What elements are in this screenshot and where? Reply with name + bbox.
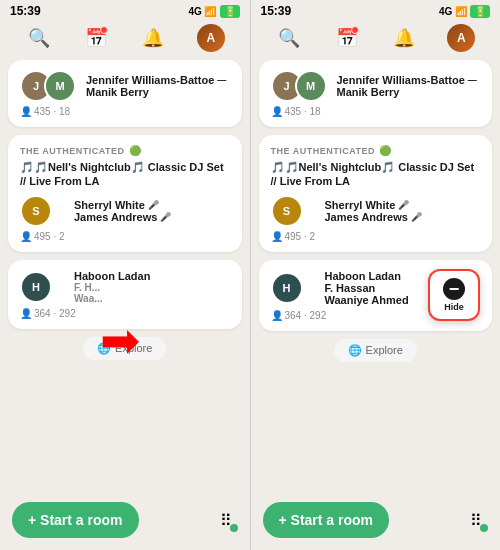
status-icons-right: 4G 📶 🔋 — [439, 5, 490, 18]
avatar-h-left: H — [20, 271, 52, 303]
bottom-bar-left: + Start a room ⠿ — [0, 494, 250, 550]
speaker-name-1-left: Jennifer Williams-Battoe — — [86, 74, 226, 86]
green-indicator-left — [230, 524, 238, 532]
room-meta-2-left: 👤 495 · 2 — [20, 231, 230, 242]
avatar-left[interactable]: A — [197, 24, 225, 52]
time-left: 15:39 — [10, 4, 41, 18]
speakers-row-3-left: H Haboon Ladan F. H... Waa... — [20, 270, 230, 304]
notification-dot-right — [351, 26, 359, 34]
speaker-info-1-left: Jennifer Williams-Battoe — Manik Berry — [86, 74, 226, 98]
calendar-icon-right[interactable]: 📅 — [333, 24, 361, 52]
notification-dot-left — [100, 26, 108, 34]
bell-icon-left[interactable]: 🔔 — [139, 24, 167, 52]
speaker-info-3-right: Haboon Ladan F. Hassan Waaniye Ahmed — [325, 270, 409, 306]
time-right: 15:39 — [261, 4, 292, 18]
avatar-m-left: M — [44, 70, 76, 102]
content-left: J M Jennifer Williams-Battoe — Manik Ber… — [0, 56, 250, 494]
speaker-info-1-right: Jennifer Williams-Battoe — Manik Berry — [337, 74, 477, 98]
avatar-m-right: M — [295, 70, 327, 102]
hide-label: Hide — [444, 302, 464, 312]
speaker-haboon-left: Haboon Ladan — [74, 270, 150, 282]
speaker-info-3-left: Haboon Ladan F. H... Waa... — [74, 270, 150, 304]
speaker-hassan-right: F. Hassan — [325, 282, 409, 294]
nav-bar-right: 🔍 📅 🔔 A — [251, 20, 501, 56]
grid-dots-right[interactable]: ⠿ — [464, 508, 488, 532]
status-icons-left: 4G 📶 🔋 — [188, 5, 239, 18]
status-bar-right: 15:39 4G 📶 🔋 — [251, 0, 501, 20]
bell-icon-right[interactable]: 🔔 — [390, 24, 418, 52]
calendar-icon-left[interactable]: 📅 — [82, 24, 110, 52]
bottom-bar-right: + Start a room ⠿ — [251, 494, 501, 550]
battery-right: 🔋 — [470, 5, 490, 18]
speaker-james-left: James Andrews 🎤 — [74, 211, 171, 223]
avatars-1-right: J M — [271, 70, 319, 102]
room-meta-1-right: 👤 435 · 18 — [271, 106, 481, 117]
status-bar-left: 15:39 4G 📶 🔋 — [0, 0, 250, 20]
nav-bar-left: 🔍 📅 🔔 A — [0, 20, 250, 56]
content-right: J M Jennifer Williams-Battoe — Manik Ber… — [251, 56, 501, 494]
room-card-1-left[interactable]: J M Jennifer Williams-Battoe — Manik Ber… — [8, 60, 242, 127]
speaker-hassan-left: F. H... — [74, 282, 150, 293]
start-room-button-left[interactable]: + Start a room — [12, 502, 139, 538]
avatar-s-right: S — [271, 195, 303, 227]
hide-button[interactable]: − Hide — [428, 269, 480, 321]
room-card-3-right[interactable]: H Haboon Ladan F. Hassan Waaniye Ahmed 👤… — [259, 260, 493, 331]
speaker-waaniye-right: Waaniye Ahmed — [325, 294, 409, 306]
speakers-row-2-right: S Sherryl White 🎤 James Andrews 🎤 — [271, 195, 481, 227]
room-card-2-left[interactable]: THE AUTHENTICATED 🟢 🎵🎵Nell's Nightclub🎵 … — [8, 135, 242, 252]
green-indicator-right — [480, 524, 488, 532]
room-title-2-right: 🎵🎵Nell's Nightclub🎵 Classic DJ Set // Li… — [271, 160, 481, 189]
speaker-name-2-left: Manik Berry — [86, 86, 226, 98]
room-header-2-right: THE AUTHENTICATED 🟢 — [271, 145, 481, 156]
explore-btn-right[interactable]: 🌐 Explore — [334, 339, 417, 362]
room-title-2-left: 🎵🎵Nell's Nightclub🎵 Classic DJ Set // Li… — [20, 160, 230, 189]
avatar-right[interactable]: A — [447, 24, 475, 52]
speaker-name-2-right: Manik Berry — [337, 86, 477, 98]
explore-btn-left[interactable]: 🌐 Explore — [83, 337, 166, 360]
speaker-info-2-right: Sherryl White 🎤 James Andrews 🎤 — [325, 199, 422, 223]
room-meta-1-left: 👤 435 · 18 — [20, 106, 230, 117]
room-meta-2-right: 👤 495 · 2 — [271, 231, 481, 242]
speaker-info-2-left: Sherryl White 🎤 James Andrews 🎤 — [74, 199, 171, 223]
verified-icon-left: 🟢 — [129, 145, 142, 156]
search-icon-right[interactable]: 🔍 — [275, 24, 303, 52]
speaker-waaniye-left: Waa... — [74, 293, 150, 304]
hide-minus-icon: − — [443, 278, 465, 300]
speaker-haboon-right: Haboon Ladan — [325, 270, 409, 282]
room-header-2-left: THE AUTHENTICATED 🟢 — [20, 145, 230, 156]
speaker-name-1-right: Jennifer Williams-Battoe — — [337, 74, 477, 86]
left-panel: 15:39 4G 📶 🔋 🔍 📅 🔔 A J M Jennif — [0, 0, 250, 550]
speaker-sherryl-right: Sherryl White 🎤 — [325, 199, 422, 211]
room-card-1-right[interactable]: J M Jennifer Williams-Battoe — Manik Ber… — [259, 60, 493, 127]
verified-icon-right: 🟢 — [379, 145, 392, 156]
start-room-button-right[interactable]: + Start a room — [263, 502, 390, 538]
avatar-h-right: H — [271, 272, 303, 304]
speakers-row-1-left: J M Jennifer Williams-Battoe — Manik Ber… — [20, 70, 230, 102]
speakers-row-1-right: J M Jennifer Williams-Battoe — Manik Ber… — [271, 70, 481, 102]
room-card-3-left[interactable]: H Haboon Ladan F. H... Waa... 👤 364 · 29… — [8, 260, 242, 329]
speaker-sherryl-left: Sherryl White 🎤 — [74, 199, 171, 211]
room-card-2-right[interactable]: THE AUTHENTICATED 🟢 🎵🎵Nell's Nightclub🎵 … — [259, 135, 493, 252]
signal-left: 4G 📶 — [188, 6, 216, 17]
battery-left: 🔋 — [220, 5, 240, 18]
avatars-1-left: J M — [20, 70, 68, 102]
speaker-james-right: James Andrews 🎤 — [325, 211, 422, 223]
room-meta-3-left: 👤 364 · 292 — [20, 308, 230, 319]
search-icon-left[interactable]: 🔍 — [25, 24, 53, 52]
right-panel: 15:39 4G 📶 🔋 🔍 📅 🔔 A J M Jennif — [251, 0, 501, 550]
signal-right: 4G 📶 — [439, 6, 467, 17]
grid-dots-left[interactable]: ⠿ — [214, 508, 238, 532]
speakers-row-2-left: S Sherryl White 🎤 James Andrews 🎤 — [20, 195, 230, 227]
avatar-s-left: S — [20, 195, 52, 227]
